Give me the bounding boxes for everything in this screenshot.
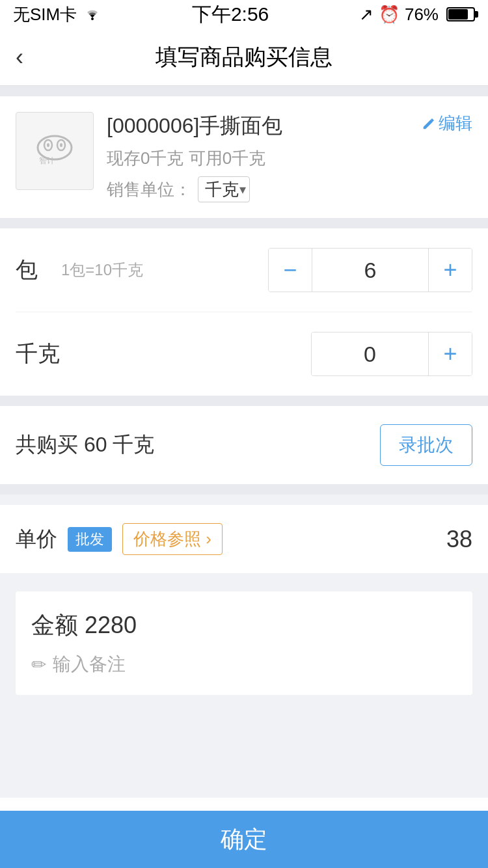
quantity-row-kg: 千克 + — [16, 312, 472, 396]
increment-button-kg[interactable]: + — [429, 332, 472, 375]
amount-section: 金额 2280 ✏ 输入备注 — [0, 573, 488, 798]
price-label: 单价 — [16, 525, 57, 554]
edit-icon — [422, 116, 436, 131]
product-image: 智计 — [16, 112, 94, 190]
svg-text:智计: 智计 — [39, 156, 55, 165]
price-section: 单价 批发 价格参照 › 38 — [0, 505, 488, 573]
quantity-controls-kg: + — [311, 332, 472, 376]
time-display: 下午2:56 — [192, 1, 269, 28]
quantity-input-bao[interactable] — [312, 249, 429, 292]
divider-mid — [0, 218, 488, 228]
alarm-icon: ⏰ — [379, 5, 400, 25]
divider-price — [0, 484, 488, 495]
quantity-label-kg: 千克 — [16, 339, 60, 369]
back-button[interactable]: ‹ — [16, 44, 23, 71]
amount-text: 金额 2280 — [31, 610, 457, 642]
status-bar: 无SIM卡 下午2:56 ↗ ⏰ 76% — [0, 0, 488, 29]
quantity-section: 包 1包=10千克 − + 千克 + — [0, 228, 488, 396]
unit-select-wrapper[interactable]: 千克 — [198, 176, 250, 202]
price-tag: 批发 — [68, 527, 112, 552]
price-value: 38 — [446, 526, 472, 553]
unit-label: 销售单位： — [107, 178, 191, 201]
carrier-text: 无SIM卡 — [13, 3, 77, 26]
location-icon: ↗ — [359, 5, 373, 25]
remark-text: 输入备注 — [53, 652, 126, 677]
increment-button-bao[interactable]: + — [429, 249, 472, 292]
total-text: 共购买 60 千克 — [16, 431, 154, 459]
quantity-sublabel-bao: 1包=10千克 — [61, 260, 143, 280]
confirm-button[interactable]: 确定 — [0, 811, 488, 868]
svg-point-0 — [91, 18, 94, 20]
amount-row: 金额 2280 ✏ 输入备注 — [16, 591, 472, 695]
product-info: [0000006]手撕面包 编辑 现存0千克 可用0千克 销售单位： 千克 — [107, 112, 472, 202]
decrement-button-bao[interactable]: − — [269, 249, 312, 292]
divider-top — [0, 86, 488, 96]
quantity-controls-bao: − + — [268, 248, 472, 292]
svg-point-5 — [60, 143, 62, 147]
batch-button[interactable]: 录批次 — [380, 424, 472, 466]
product-logo: 智计 — [35, 135, 74, 167]
unit-select[interactable]: 千克 — [198, 176, 250, 202]
quantity-row-bao: 包 1包=10千克 − + — [16, 228, 472, 312]
product-stock: 现存0千克 可用0千克 — [107, 147, 472, 170]
battery-percent: 76% — [405, 5, 439, 25]
quantity-label-bao: 包 — [16, 255, 55, 285]
product-unit-row: 销售单位： 千克 — [107, 176, 472, 202]
bottom-bar: 确定 — [0, 798, 488, 868]
quantity-input-kg[interactable] — [312, 332, 429, 375]
price-ref-button[interactable]: 价格参照 › — [122, 523, 223, 555]
product-name: [0000006]手撕面包 — [107, 112, 282, 141]
remark-icon: ✏ — [31, 654, 46, 675]
total-row: 共购买 60 千克 录批次 — [0, 406, 488, 484]
svg-point-4 — [47, 143, 49, 147]
battery-icon — [446, 7, 475, 21]
page-title: 填写商品购买信息 — [156, 42, 332, 72]
remark-row[interactable]: ✏ 输入备注 — [31, 652, 457, 677]
status-right: ↗ ⏰ 76% — [359, 5, 475, 25]
nav-bar: ‹ 填写商品购买信息 — [0, 29, 488, 86]
status-left: 无SIM卡 — [13, 3, 102, 26]
wifi-icon — [83, 5, 102, 25]
product-card: 智计 [0000006]手撕面包 编辑 现存0千克 可用0千克 销售单位： 千克 — [0, 96, 488, 218]
edit-button[interactable]: 编辑 — [422, 112, 472, 135]
divider-total — [0, 396, 488, 406]
